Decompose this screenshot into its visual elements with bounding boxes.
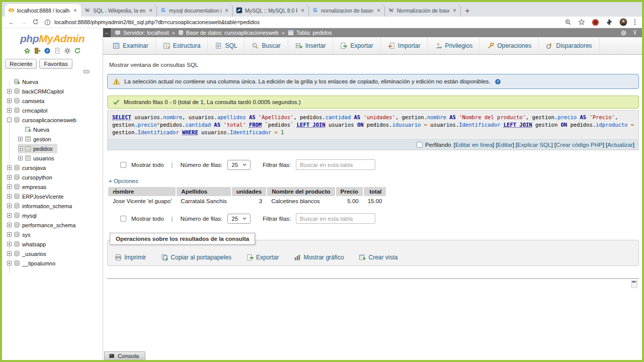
browser-tab[interactable]: Gmysql documentation insert - E×	[157, 4, 233, 17]
tree-item-__tipoalumno[interactable]: +__tipoalumno	[7, 258, 60, 268]
nav-tab-examinar[interactable]: Examinar	[106, 37, 156, 54]
tree-expander-icon[interactable]: +	[18, 146, 23, 151]
documentation-icon[interactable]	[54, 47, 61, 54]
tab-close-icon[interactable]: ×	[148, 7, 153, 14]
home-icon[interactable]	[24, 47, 31, 54]
operation-mostrar-gráfico[interactable]: Mostrar gráfico	[294, 254, 344, 261]
tree-expander-icon[interactable]: +	[7, 185, 12, 189]
tree-item-label[interactable]: usuarios	[33, 155, 54, 161]
browser-tab[interactable]: WSQL - Wikipedia, la encicloped×	[81, 4, 157, 17]
query-window-link[interactable]: Mostrar ventana de consultas SQL	[109, 62, 639, 68]
breadcrumb-database[interactable]: Base de datos: cursoaplicacionesweb	[186, 30, 279, 36]
tree-item-label[interactable]: cursojava	[22, 165, 46, 171]
nav-tab-exportar[interactable]: Exportar	[333, 37, 380, 54]
column-header[interactable]: Precio	[336, 187, 363, 196]
sql-link[interactable]: Explicar SQL	[517, 142, 551, 148]
reload-icon[interactable]	[32, 19, 39, 26]
column-header[interactable]: Apellidos	[176, 187, 231, 196]
tree-item-information_schema[interactable]: +information_schema	[7, 201, 76, 211]
tab-close-icon[interactable]: ×	[72, 7, 78, 14]
tree-item-label[interactable]: Nueva	[22, 79, 38, 85]
sql-link[interactable]: Actualizar	[607, 142, 633, 148]
adblock-extension-icon[interactable]	[592, 19, 599, 26]
nav-tab-insertar[interactable]: Insertar	[288, 37, 334, 54]
zoom-icon[interactable]	[565, 19, 572, 26]
settings-gear-icon[interactable]	[64, 47, 71, 54]
tree-expander-icon[interactable]: +	[18, 156, 23, 160]
collapse-top-icon[interactable]	[632, 30, 638, 36]
operation-copiar-al-portapapeles[interactable]: Copiar al portapapeles	[161, 254, 231, 261]
tree-item-label[interactable]: cursopython	[22, 174, 52, 180]
tree-item-cursojava[interactable]: +cursojava	[7, 163, 50, 172]
tree-item-label[interactable]: backCRMCapitol	[22, 88, 64, 95]
tree-expander-icon[interactable]: +	[7, 89, 12, 94]
operation-exportar[interactable]: Exportar	[247, 254, 279, 261]
sql-link[interactable]: Editar	[498, 142, 513, 148]
tree-item-label[interactable]: empresas	[22, 184, 46, 190]
options-toggle[interactable]: + Opciones	[109, 178, 639, 184]
tree-item-label[interactable]: sys	[22, 232, 31, 238]
collapse-nav-icon[interactable]: ←	[103, 28, 111, 37]
tree-expander-icon[interactable]: +	[7, 242, 12, 246]
tree-item-label[interactable]: cursoaplicacionesweb	[22, 117, 76, 123]
info-icon[interactable]	[44, 19, 51, 26]
tree-item-label[interactable]: gestion	[33, 136, 51, 142]
column-header[interactable]: unidades	[231, 187, 267, 196]
nav-tab-operaciones[interactable]: Operaciones	[480, 37, 539, 54]
profiling-checkbox[interactable]	[417, 142, 423, 148]
tab-close-icon[interactable]: ×	[452, 7, 457, 14]
bookmark-star-icon[interactable]	[578, 19, 585, 26]
tree-item-label[interactable]: __tipoalumno	[22, 260, 55, 266]
tree-item-label[interactable]: Nueva	[33, 127, 49, 133]
sql-link[interactable]: Editar en línea	[455, 142, 493, 148]
operation-imprimir[interactable]: Imprimir	[115, 254, 146, 261]
tree-expander-icon[interactable]: +	[7, 165, 12, 170]
tree-item-label[interactable]: pedidos	[33, 146, 53, 152]
logout-icon[interactable]	[34, 47, 41, 54]
column-header[interactable]: nombre	[108, 187, 176, 196]
recent-tab[interactable]: Reciente	[5, 59, 37, 69]
tree-expander-icon[interactable]: +	[18, 137, 23, 141]
tree-item-usuarios[interactable]: +usuarios	[18, 153, 59, 163]
tree-expander-icon[interactable]: +	[7, 232, 12, 237]
tree-expander-icon[interactable]: +	[7, 204, 12, 208]
tree-item-label[interactable]: camiseta	[22, 98, 44, 104]
nav-tab-buscar[interactable]: Buscar	[245, 37, 288, 54]
show-all-checkbox[interactable]	[120, 162, 126, 168]
show-all-checkbox[interactable]	[120, 216, 126, 222]
nav-tab-privilegios[interactable]: Privilegios	[428, 37, 480, 54]
tree-item-crmcapitol[interactable]: +crmcapitol	[7, 106, 52, 115]
operation-crear-vista[interactable]: Crear vista	[359, 254, 397, 261]
tree-item-Nueva[interactable]: Nueva	[18, 125, 54, 134]
tree-item-empresas[interactable]: +empresas	[7, 182, 51, 192]
tree-item-_usuarios[interactable]: +_usuarios	[7, 249, 51, 258]
phpmyadmin-logo[interactable]: phpMyAdmin	[2, 33, 103, 45]
tree-expander-icon[interactable]: +	[7, 194, 12, 199]
help-icon[interactable]: ?	[44, 47, 51, 54]
tab-close-icon[interactable]: ×	[224, 7, 229, 14]
table-search-input[interactable]	[296, 159, 375, 170]
tree-item-cursoaplicacionesweb[interactable]: -cursoaplicacionesweb	[7, 115, 81, 125]
nav-tab-importar[interactable]: Importar	[381, 37, 428, 54]
column-header[interactable]: total	[363, 187, 387, 196]
tree-item-label[interactable]: _usuarios	[22, 251, 46, 257]
column-header[interactable]: Nombre del producto	[267, 187, 335, 196]
table-search-input[interactable]	[296, 213, 375, 224]
url-bar[interactable]: localhost:8888/phpmyadmin2/tbl_sql.php?d…	[44, 19, 559, 26]
tree-expander-icon[interactable]: +	[7, 223, 12, 227]
browser-tab[interactable]: Gnornalizacion de bases de dato×	[309, 4, 385, 17]
back-icon[interactable]: ←	[8, 19, 15, 26]
browser-tab[interactable]: WNormalización de bases de dat×	[385, 4, 461, 17]
tree-item-mysql[interactable]: +mysql	[7, 211, 41, 220]
tree-expander-icon[interactable]: +	[7, 99, 12, 103]
tree-item-ERPJoseVicente[interactable]: +ERPJoseVicente	[7, 192, 68, 201]
nav-tab-disparadores[interactable]: Disparadores	[539, 37, 599, 54]
new-tab-button[interactable]: +	[461, 4, 474, 17]
sql-link[interactable]: Crear código PHP	[556, 142, 603, 148]
rows-count-select[interactable]: 25	[227, 160, 251, 170]
breadcrumb-table[interactable]: Tabla: pedidos	[296, 30, 332, 36]
tree-item-cursopython[interactable]: +cursopython	[7, 172, 57, 182]
tree-expander-icon[interactable]: +	[7, 251, 12, 256]
tree-item-gestion[interactable]: +gestion	[18, 134, 55, 144]
panel-resize-handle[interactable]	[83, 70, 90, 73]
